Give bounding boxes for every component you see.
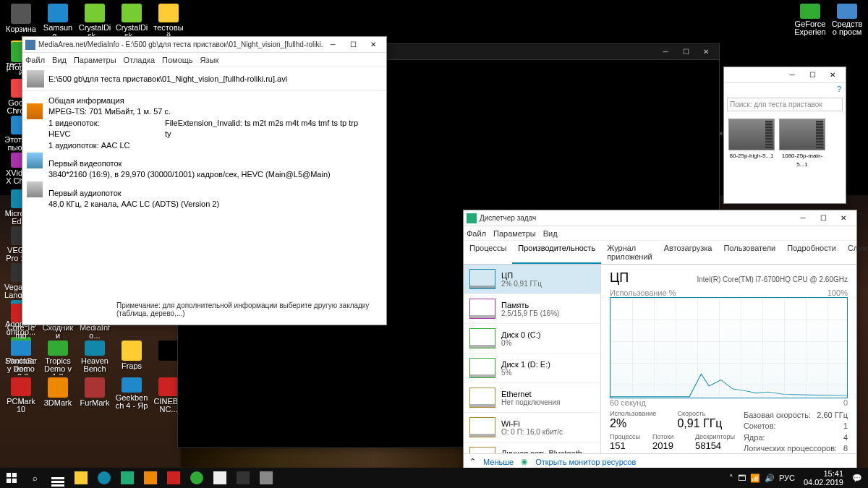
menu-item[interactable]: Параметры: [74, 56, 116, 64]
tab-6[interactable]: Службы: [842, 241, 868, 264]
mediainfo-titlebar[interactable]: MediaArea.net/MediaInfo - E:\500 gb\для …: [22, 37, 386, 53]
tray-chevron-icon[interactable]: ˄: [729, 474, 733, 483]
stat-label: Потоки: [652, 433, 685, 440]
taskmgr-sidebar[interactable]: ЦП2% 0,91 ГГцПамять2,5/15,9 ГБ (16%)Диск…: [464, 265, 601, 453]
desktop-icon[interactable]: Fraps: [114, 341, 149, 375]
sidebar-item-disk[interactable]: Диск 0 (C:)0%: [464, 324, 600, 354]
tab-1[interactable]: Производительность: [512, 241, 601, 264]
tab-0[interactable]: Процессы: [464, 241, 512, 264]
desktop-icon[interactable]: PCMark 10: [4, 377, 38, 412]
tray-icon[interactable]: 🗔: [738, 474, 746, 482]
mediainfo-menubar[interactable]: ФайлВидПараметрыОтладкаПомощьЯзык: [22, 53, 386, 67]
sidebar-item-net[interactable]: Wi-FiО: 0 П: 16,0 кбит/с: [464, 413, 600, 442]
desktop-icon[interactable]: 3DMark: [41, 377, 75, 412]
maximize-button[interactable]: ☐: [813, 211, 833, 226]
video-thumb[interactable]: 80-25p-high-5...1: [728, 119, 775, 168]
tray-volume-icon[interactable]: 🔊: [765, 474, 775, 483]
minimize-button[interactable]: ─: [782, 68, 802, 82]
mediainfo-icon: [25, 40, 35, 50]
minimize-button[interactable]: ─: [655, 45, 676, 59]
tb-app[interactable]: [208, 468, 231, 488]
sidebar-item-mem[interactable]: Память2,5/15,9 ГБ (16%): [464, 294, 600, 324]
desktop-icon[interactable]: FurMark: [77, 377, 112, 412]
search-input[interactable]: Поиск: для теста приставок: [727, 98, 843, 111]
desktop-icon[interactable]: CrystalDisk...: [77, 4, 112, 38]
menu-item[interactable]: Файл: [467, 229, 486, 238]
tb-app[interactable]: [162, 468, 185, 488]
tray-notifications-icon[interactable]: 💬: [852, 474, 862, 483]
taskbar-clock[interactable]: 15:41 04.02.2019: [799, 469, 848, 487]
explorer-window[interactable]: ─ ☐ ✕ ? Поиск: для теста приставок 80-25…: [723, 67, 846, 204]
tab-5[interactable]: Подробности: [781, 241, 842, 264]
taskbar[interactable]: ⌕ ˄ 🗔 📶 🔊 РУС 15:41 04.02.2019 💬: [0, 468, 868, 488]
close-button[interactable]: ✕: [696, 45, 716, 59]
taskview-icon[interactable]: [46, 468, 69, 488]
tray-lang[interactable]: РУС: [779, 474, 795, 482]
desktop-icon[interactable]: GeForce Experience: [793, 4, 827, 38]
mediainfo-filepath-row: E:\500 gb\для теста приставок\01_Night_v…: [22, 67, 386, 91]
help-icon[interactable]: ?: [837, 85, 841, 93]
minimize-button[interactable]: ─: [793, 211, 813, 226]
maximize-button[interactable]: ☐: [802, 68, 822, 82]
tb-edge[interactable]: [93, 468, 116, 488]
menu-item[interactable]: Файл: [25, 56, 45, 64]
collapse-icon[interactable]: ⌃: [469, 457, 476, 466]
mediainfo-window[interactable]: MediaArea.net/MediaInfo - E:\500 gb\для …: [22, 36, 387, 325]
mediainfo-note: Примечание: для дополнительной информаци…: [116, 301, 386, 317]
video-line: 3840*2160 (16:9), в 29,970 (30000/1001) …: [48, 169, 360, 180]
minimize-button[interactable]: ─: [323, 38, 343, 52]
maximize-button[interactable]: ☐: [676, 45, 696, 59]
audio-line: 48,0 КГц, 2 канала, AAC LC (ADTS) (Versi…: [48, 199, 360, 210]
menu-item[interactable]: Помощь: [162, 56, 193, 64]
desktop-icon[interactable]: Sanctuary Demo v2.3: [4, 341, 38, 375]
menu-item[interactable]: Вид: [543, 229, 558, 238]
start-button[interactable]: [0, 468, 23, 488]
general-line: 1 видеопоток: HEVC: [48, 118, 122, 140]
desktop-icon[interactable]: Samsung...: [41, 4, 75, 38]
tb-app[interactable]: [231, 468, 255, 488]
tab-4[interactable]: Пользователи: [718, 241, 781, 264]
audio-header: Первый аудиопоток: [48, 188, 360, 199]
tb-utorrent[interactable]: [185, 468, 208, 488]
menu-item[interactable]: Отладка: [124, 56, 155, 64]
tb-explorer[interactable]: [69, 468, 93, 488]
stat-value: 151: [610, 440, 642, 451]
tab-3[interactable]: Автозагрузка: [658, 241, 718, 264]
tb-app[interactable]: [139, 468, 162, 488]
maximize-button[interactable]: ☐: [343, 38, 363, 52]
system-tray[interactable]: ˄ 🗔 📶 🔊 РУС 15:41 04.02.2019 💬: [723, 469, 868, 487]
taskmgr-window[interactable]: Диспетчер задач ─ ☐ ✕ ФайлПараметрыВид П…: [463, 210, 857, 470]
taskmgr-tabs[interactable]: ПроцессыПроизводительностьЖурнал приложе…: [464, 241, 856, 265]
menu-item[interactable]: Язык: [200, 56, 219, 64]
close-button[interactable]: ✕: [833, 211, 854, 226]
desktop-icons-right: GeForce ExperienceСредство просмотр...: [793, 4, 864, 38]
desktop-icon[interactable]: Tropics Demo v1.3: [41, 341, 75, 375]
stat-value: 2019: [652, 440, 685, 451]
sidebar-item-net[interactable]: EthernetНет подключения: [464, 383, 600, 413]
search-icon[interactable]: ⌕: [23, 468, 46, 488]
tb-store[interactable]: [116, 468, 139, 488]
desktop-icon[interactable]: CrystalDisk...: [114, 4, 149, 38]
close-button[interactable]: ✕: [822, 68, 843, 82]
menu-item[interactable]: Вид: [52, 56, 67, 64]
menu-item[interactable]: Параметры: [493, 229, 536, 238]
desktop-icon[interactable]: Средство просмотр...: [830, 4, 864, 38]
sidebar-item-disk[interactable]: Диск 1 (D: E:)5%: [464, 354, 600, 383]
taskmgr-icon: [467, 213, 477, 223]
video-thumb[interactable]: 1080-25p-main-5...1: [779, 119, 825, 168]
close-button[interactable]: ✕: [363, 38, 383, 52]
desktop-icon[interactable]: тестовый: [151, 4, 186, 38]
desktop-icon[interactable]: Heaven Benchm...: [77, 341, 112, 375]
desktop-icon[interactable]: Корзина: [4, 4, 38, 38]
taskmgr-titlebar[interactable]: Диспетчер задач ─ ☐ ✕: [464, 210, 856, 226]
tray-network-icon[interactable]: 📶: [750, 474, 760, 483]
taskmgr-menubar[interactable]: ФайлПараметрыВид: [464, 226, 856, 241]
tb-app[interactable]: [255, 468, 278, 488]
desktop-icon[interactable]: Geekbench 4 - Ярлык: [114, 377, 149, 412]
resmon-link[interactable]: Открыть монитор ресурсов: [535, 458, 636, 466]
explorer-titlebar[interactable]: ─ ☐ ✕: [724, 67, 846, 83]
sidebar-item-cpu[interactable]: ЦП2% 0,91 ГГц: [464, 265, 600, 294]
fewer-details-link[interactable]: Меньше: [483, 458, 514, 466]
sidebar-item-net[interactable]: Личная сеть BluetoothНет подключения: [464, 442, 600, 453]
tab-2[interactable]: Журнал приложений: [601, 241, 658, 264]
